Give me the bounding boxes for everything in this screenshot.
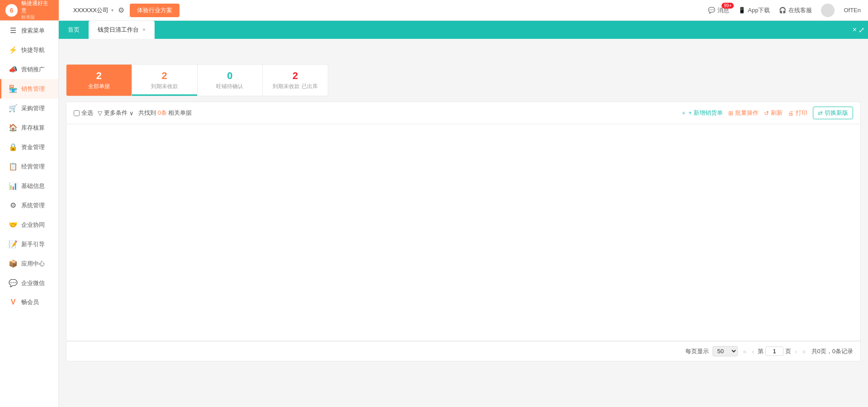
finance-icon: 🔒 [9, 143, 18, 151]
tab-home[interactable]: 首页 [59, 21, 89, 39]
stats-num-overdue: 2 [139, 70, 190, 82]
guide-icon: 📝 [9, 240, 18, 248]
table-area [66, 124, 861, 341]
logo-text-area: 畅捷通好生意 标准版 [21, 0, 53, 20]
page-suffix: 页 [785, 347, 791, 356]
page-total: 共0页，0条记录 [811, 347, 853, 356]
message-button[interactable]: 💬 消息 99+ [708, 6, 729, 14]
page-nav: « ‹ 第 页 › » [741, 346, 808, 356]
stats-tab-overdue-shipped[interactable]: 2 到期未收款 已出库 [263, 65, 328, 96]
filter-icon: ▽ [98, 110, 102, 117]
filter-label: 更多条件 [104, 109, 127, 117]
tab-active-label: 钱货日清工作台 [98, 26, 139, 34]
switch-version-button[interactable]: ⇄ 切换新版 [813, 107, 853, 119]
app-download-button[interactable]: 📱 App下载 [738, 6, 770, 14]
stats-num-wangpu: 0 [205, 70, 255, 82]
try-solution-button[interactable]: 体验行业方案 [130, 4, 179, 17]
stats-label-overdue-shipped: 到期未收款 已出库 [270, 83, 321, 90]
stats-tab-wangpu[interactable]: 0 旺铺待确认 [198, 65, 263, 96]
sidebar-item-label: 快捷导航 [21, 46, 45, 54]
next-page-button[interactable]: › [793, 347, 799, 356]
maximize-button[interactable]: ⤢ [859, 26, 864, 34]
select-all-checkbox[interactable]: 全选 [74, 109, 93, 117]
first-page-button[interactable]: « [741, 347, 749, 356]
sidebar-item-finance[interactable]: 🔒 资金管理 [0, 137, 58, 157]
sidebar-item-inventory[interactable]: 🏠 库存核算 [0, 118, 58, 137]
sidebar: ☰ 搜索菜单 ⚡ 快捷导航 📣 营销推广 🏪 销售管理 🛒 采购管理 🏠 库存核… [0, 21, 59, 407]
system-icon: ⚙ [9, 201, 18, 210]
sidebar-item-base-info[interactable]: 📊 基础信息 [0, 176, 58, 196]
search-menu-icon: ☰ [9, 26, 18, 35]
per-page-select[interactable]: 50 100 [712, 346, 738, 356]
sidebar-item-marketing[interactable]: 📣 营销推广 [0, 60, 58, 79]
download-icon: 📱 [738, 7, 745, 14]
filter-button[interactable]: ▽ 更多条件 ∨ [98, 109, 134, 117]
avatar[interactable] [821, 4, 835, 17]
minimize-button[interactable]: × [853, 26, 857, 34]
filter-chevron-icon: ∨ [129, 110, 134, 117]
sidebar-item-label: 应用中心 [21, 260, 45, 268]
inventory-icon: 🏠 [9, 123, 18, 132]
service-icon: 🎧 [779, 7, 786, 14]
toolbar: 全选 ▽ 更多条件 ∨ 共找到 0条 相关单据 ＋ + 新增销货单 ⊞ 批量操作 [66, 102, 861, 124]
main-content: 2 全部单据 2 到期未收款 0 旺铺待确认 2 到期未收款 已出库 全选 ▽ … [59, 57, 868, 407]
prev-page-button[interactable]: ‹ [750, 347, 756, 356]
select-all-input[interactable] [74, 110, 80, 116]
add-order-button[interactable]: ＋ + 新增销货单 [681, 109, 723, 117]
toolbar-right: ＋ + 新增销货单 ⊞ 批量操作 ↺ 刷新 🖨 打印 ⇄ 切换新版 [681, 107, 853, 119]
print-button[interactable]: 🖨 打印 [788, 109, 807, 117]
refresh-button[interactable]: ↺ 刷新 [764, 109, 783, 117]
tab-bar: 首页 钱货日清工作台 × × ⤢ [59, 21, 868, 39]
tab-indicator [132, 94, 197, 96]
online-service-button[interactable]: 🎧 在线客服 [779, 6, 812, 14]
refresh-icon: ↺ [764, 110, 769, 117]
sidebar-item-label: 畅会员 [21, 298, 39, 306]
found-count: 0条 [158, 109, 167, 116]
purchase-icon: 🛒 [9, 104, 18, 112]
last-page-button[interactable]: » [801, 347, 808, 356]
page-label: 第 [758, 347, 764, 356]
sidebar-item-system[interactable]: ⚙ 系统管理 [0, 196, 58, 215]
sidebar-item-purchase[interactable]: 🛒 采购管理 [0, 98, 58, 118]
top-header: 6 畅捷通好生意 标准版 XXXXXX公司 ▾ ⚙ 体验行业方案 💬 消息 99… [0, 0, 868, 21]
logo-area: 6 畅捷通好生意 标准版 [0, 0, 59, 20]
tab-active[interactable]: 钱货日清工作台 × [89, 21, 155, 39]
add-label: + 新增销货单 [689, 109, 723, 117]
logo-icon: 6 [5, 4, 18, 17]
cooperation-icon: 🤝 [9, 220, 18, 229]
sidebar-item-member[interactable]: V 畅会员 [0, 293, 58, 312]
settings-icon[interactable]: ⚙ [118, 6, 124, 14]
batch-label: 批量操作 [735, 109, 759, 117]
app-center-icon: 📦 [9, 259, 18, 268]
logo-badge: 标准版 [21, 14, 53, 20]
sidebar-item-label: 系统管理 [21, 201, 45, 210]
sidebar-item-app-center[interactable]: 📦 应用中心 [0, 254, 58, 273]
stats-num-all: 2 [74, 70, 124, 82]
company-selector[interactable]: XXXXXX公司 ▾ [73, 6, 113, 14]
sidebar-item-quick-nav[interactable]: ⚡ 快捷导航 [0, 40, 58, 60]
stats-label-overdue: 到期未收款 [139, 83, 190, 90]
company-name: XXXXXX公司 [73, 6, 108, 14]
header-right: 💬 消息 99+ 📱 App下载 🎧 在线客服 OfTEn [708, 4, 861, 17]
sidebar-item-wechat[interactable]: 💬 企业微信 [0, 273, 58, 293]
stats-tab-overdue[interactable]: 2 到期未收款 [132, 65, 198, 96]
sidebar-item-sales[interactable]: 🏪 销售管理 [0, 79, 58, 98]
tab-close-icon[interactable]: × [142, 27, 146, 33]
sidebar-item-search-menu[interactable]: ☰ 搜索菜单 [0, 21, 58, 40]
add-icon: ＋ [681, 109, 687, 117]
stats-num-overdue-shipped: 2 [270, 70, 321, 82]
tab-home-label: 首页 [68, 26, 80, 34]
sidebar-item-cooperation[interactable]: 🤝 企业协同 [0, 215, 58, 234]
user-name: OfTEn [844, 7, 861, 14]
per-page-label: 每页显示 [685, 347, 709, 356]
found-suffix: 相关单据 [168, 109, 192, 116]
print-label: 打印 [796, 109, 807, 117]
batch-operation-button[interactable]: ⊞ 批量操作 [728, 109, 759, 117]
page-number-input[interactable] [765, 346, 783, 356]
sidebar-item-label: 销售管理 [21, 85, 45, 93]
sidebar-item-operations[interactable]: 📋 经营管理 [0, 157, 58, 176]
operations-icon: 📋 [9, 162, 18, 171]
stats-tab-all[interactable]: 2 全部单据 [66, 65, 132, 96]
sidebar-item-guide[interactable]: 📝 新手引导 [0, 234, 58, 254]
company-chevron-icon: ▾ [111, 8, 113, 13]
